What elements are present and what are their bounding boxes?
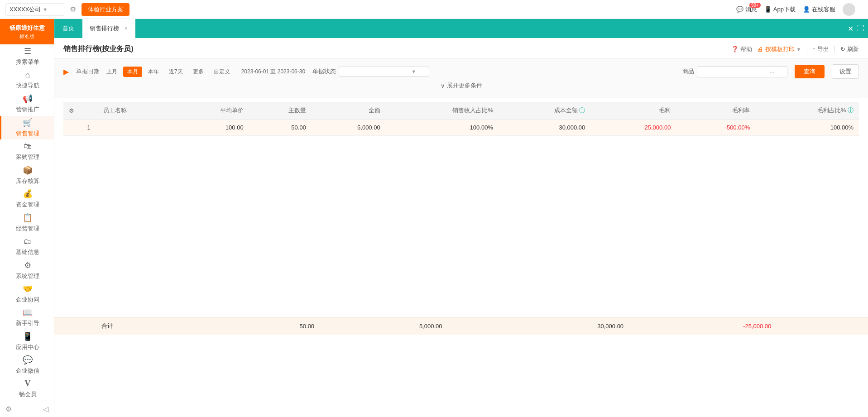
sidebar-label-sales: 销售管理 <box>16 129 39 138</box>
tab-home-label: 首页 <box>62 24 74 33</box>
col-cost: 成本全额 ⓘ <box>499 102 590 120</box>
sidebar-item-vip[interactable]: V 畅会员 <box>0 377 54 401</box>
sidebar-label-operations: 经营管理 <box>16 225 39 233</box>
export-button[interactable]: ↑ 导出 <box>813 45 830 53</box>
divider2 <box>834 46 835 53</box>
sidebar-collapse-icon[interactable]: ◁ <box>43 405 48 413</box>
print-button[interactable]: 🖨 按模板打印 ▼ <box>758 45 801 53</box>
row-rank: 1 <box>80 120 98 136</box>
sidebar-settings-icon[interactable]: ⚙ <box>5 405 12 413</box>
marketing-icon: 📢 <box>23 94 33 104</box>
date-tab-last-month[interactable]: 上月 <box>102 67 121 77</box>
sidebar-item-purchase[interactable]: 🛍 采购管理 <box>0 139 54 163</box>
sidebar-item-inventory[interactable]: 📦 库存核算 <box>0 163 54 187</box>
sales-icon: 🛒 <box>23 118 33 128</box>
date-tab-7days[interactable]: 近7天 <box>165 67 187 77</box>
export-icon: ↑ <box>813 46 816 53</box>
total-row: 合计 50.00 5,000.00 30,000.00 -25,000.00 <box>63 317 859 335</box>
sidebar-item-search[interactable]: ☰ 搜索菜单 <box>0 44 54 68</box>
filter-goods: 商品 ··· <box>682 66 787 77</box>
online-service-button[interactable]: 👤 在线客服 <box>803 5 835 14</box>
sidebar-item-finance[interactable]: 💰 资金管理 <box>0 187 54 211</box>
message-icon: 💬 <box>736 6 743 13</box>
avatar[interactable] <box>843 3 855 16</box>
total-settings-col <box>63 317 78 335</box>
header-row: ⚙ 员工名称 平均单价 主数量 全额 销售收入占比% 成本全额 ⓘ 毛利 毛利率… <box>63 102 859 120</box>
sidebar-item-operations[interactable]: 📋 经营管理 <box>0 211 54 234</box>
sidebar-item-sales[interactable]: 🛒 销售管理 <box>0 116 54 139</box>
content-area: 首页 销售排行榜 × ✕ ⛶ 销售排行榜(按业务员) ❓ 帮助 <box>54 19 868 417</box>
company-selector[interactable]: XXXXX公司 ▼ <box>5 3 64 16</box>
row-profit: -25,000.00 <box>590 120 676 136</box>
goods-input[interactable]: ··· <box>697 66 787 77</box>
total-profit-rate <box>777 317 818 335</box>
sidebar-item-shortcuts[interactable]: ⌂ 快捷导航 <box>0 68 54 92</box>
app-center-icon: 📱 <box>23 331 33 341</box>
total-qty: 50.00 <box>223 317 320 335</box>
message-badge: 99+ <box>749 3 761 8</box>
profit-pct-info-icon[interactable]: ⓘ <box>848 107 854 114</box>
tab-fullscreen-icon[interactable]: ⛶ <box>857 24 864 33</box>
goods-label: 商品 <box>682 67 694 76</box>
col-profit: 毛利 <box>590 102 676 120</box>
settings-icon[interactable]: ⚙ <box>68 3 78 15</box>
total-avg-price <box>182 317 223 335</box>
trial-button[interactable]: 体验行业方案 <box>82 3 129 16</box>
wechat-icon: 💬 <box>23 355 33 365</box>
total-table: 合计 50.00 5,000.00 30,000.00 -25,000.00 <box>63 317 859 335</box>
sidebar-item-guide[interactable]: 📖 新手引导 <box>0 306 54 329</box>
status-label: 单据状态 <box>312 67 336 76</box>
row-cost: 30,000.00 <box>499 120 590 136</box>
sidebar-label-inventory: 库存核算 <box>16 177 39 185</box>
row-qty: 50.00 <box>249 120 312 136</box>
query-button[interactable]: 查询 <box>795 65 825 78</box>
col-sales-pct: 销售收入占比% <box>386 102 499 120</box>
message-button[interactable]: 💬 消息 99+ <box>736 5 757 14</box>
row-name <box>98 120 173 136</box>
search-menu-icon: ☰ <box>24 46 31 56</box>
expand-conditions-button[interactable]: ∨ 展开更多条件 <box>441 81 482 90</box>
sidebar-item-app-center[interactable]: 📱 应用中心 <box>0 330 54 353</box>
sidebar-item-system[interactable]: ⚙ 系统管理 <box>0 258 54 282</box>
col-rank <box>80 102 98 120</box>
sidebar-item-enterprise[interactable]: 🤝 企业协同 <box>0 282 54 306</box>
filter-bar: ▶ 单据日期 上月 本月 本年 近7天 更多 自定义 <box>54 59 868 98</box>
row-avg-price: 100.00 <box>173 120 249 136</box>
inventory-icon: 📦 <box>23 165 33 175</box>
date-tab-custom[interactable]: 自定义 <box>210 67 234 77</box>
app-download-button[interactable]: 📱 App下载 <box>764 5 796 14</box>
filter-collapse-btn[interactable]: ▶ <box>63 67 69 76</box>
tab-close-icon[interactable]: × <box>125 25 128 32</box>
export-label: 导出 <box>817 45 829 53</box>
date-tab-more[interactable]: 更多 <box>189 67 208 77</box>
col-settings[interactable]: ⚙ <box>63 102 80 120</box>
sidebar-bottom: ⚙ ◁ <box>0 401 54 417</box>
refresh-button[interactable]: ↻ 刷新 <box>840 45 859 53</box>
sidebar-item-marketing[interactable]: 📢 营销推广 <box>0 92 54 115</box>
refresh-label: 刷新 <box>847 45 859 53</box>
status-select[interactable]: ▼ <box>339 67 429 77</box>
goods-more-icon[interactable]: ··· <box>769 68 774 75</box>
total-cost: 30,000.00 <box>489 317 629 335</box>
tab-close-window-icon[interactable]: ✕ <box>848 24 854 33</box>
cost-info-icon[interactable]: ⓘ <box>579 107 585 114</box>
settings-button[interactable]: 设置 <box>832 64 859 79</box>
tab-sales-ranking[interactable]: 销售排行榜 × <box>82 19 135 38</box>
table-body: 1 100.00 50.00 5,000.00 100.00% 30,000.0… <box>63 120 859 136</box>
logo-line2: 标准版 <box>19 33 34 40</box>
date-range-text: 2023-06-01 至 2023-06-30 <box>241 68 305 76</box>
operations-icon: 📋 <box>23 213 33 223</box>
sidebar-item-basic-info[interactable]: 🗂 基础信息 <box>0 235 54 258</box>
sidebar-item-wechat[interactable]: 💬 企业微信 <box>0 353 54 377</box>
tab-home[interactable]: 首页 <box>54 19 82 38</box>
sidebar-label-basic-info: 基础信息 <box>16 248 39 256</box>
row-amount: 5,000.00 <box>312 120 386 136</box>
col-profit-pct: 毛利占比% ⓘ <box>755 102 859 120</box>
service-icon: 👤 <box>803 6 810 13</box>
page-actions: ❓ 帮助 🖨 按模板打印 ▼ ↑ 导出 ↻ <box>731 45 859 53</box>
help-button[interactable]: ❓ 帮助 <box>731 45 752 53</box>
tab-sales-label: 销售排行榜 <box>90 24 119 33</box>
tab-bar: 首页 销售排行榜 × ✕ ⛶ <box>54 19 868 38</box>
date-tab-this-year[interactable]: 本年 <box>144 67 163 77</box>
date-tab-this-month[interactable]: 本月 <box>123 67 142 77</box>
